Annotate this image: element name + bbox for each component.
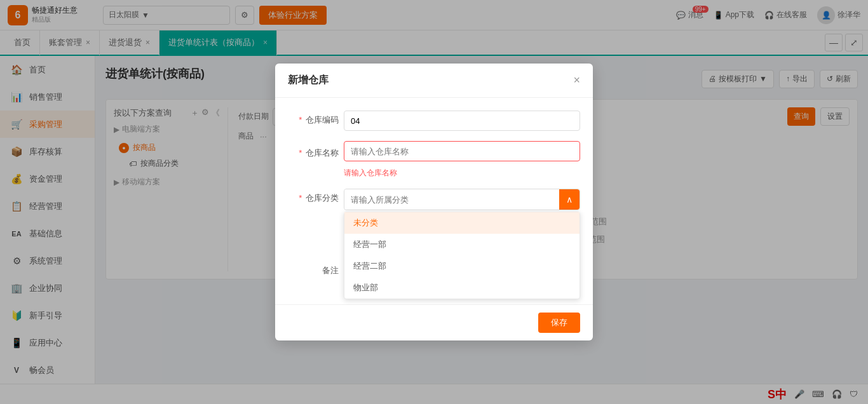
classify-wrapper: ∧ 未分类 经营一部 经营二部 物业部 [344, 189, 580, 210]
classify-required-mark: * [299, 193, 302, 203]
dropdown-item-unclassified[interactable]: 未分类 [344, 212, 580, 234]
dropdown-item-dept2[interactable]: 经营二部 [344, 255, 580, 277]
classify-input-row: ∧ [344, 189, 580, 210]
name-error-msg: 请输入仓库名称 [344, 168, 397, 177]
classify-toggle-btn[interactable]: ∧ [559, 189, 580, 210]
classify-label: * 仓库分类 [288, 189, 339, 204]
dropdown-item-dept3[interactable]: 物业部 [344, 277, 580, 299]
code-row: * 仓库编码 [288, 111, 580, 131]
modal-footer: 保存 [275, 304, 593, 340]
classify-row: * 仓库分类 ∧ 未分类 经营一部 经营二部 物业部 [288, 189, 580, 210]
modal-overlay: 新增仓库 × * 仓库编码 * 仓库名称 [0, 0, 868, 404]
note-label: 备注 [288, 261, 339, 276]
name-label: * 仓库名称 [288, 144, 339, 159]
required-mark: * [299, 115, 302, 125]
modal-header: 新增仓库 × [275, 64, 593, 98]
modal-close-button[interactable]: × [573, 74, 580, 87]
save-button[interactable]: 保存 [538, 313, 580, 333]
new-warehouse-modal: 新增仓库 × * 仓库编码 * 仓库名称 [275, 64, 593, 340]
modal-body: * 仓库编码 * 仓库名称 请输入仓库名称 [275, 98, 593, 304]
code-label: * 仓库编码 [288, 111, 339, 126]
classify-input[interactable] [344, 189, 559, 210]
modal-title: 新增仓库 [288, 74, 329, 87]
classify-dropdown: 未分类 经营一部 经营二部 物业部 [344, 212, 580, 299]
name-row: * 仓库名称 请输入仓库名称 [288, 141, 580, 178]
name-required-mark: * [299, 148, 302, 158]
dropdown-item-dept1[interactable]: 经营一部 [344, 234, 580, 255]
name-input[interactable] [344, 141, 580, 161]
code-input[interactable] [344, 111, 580, 131]
